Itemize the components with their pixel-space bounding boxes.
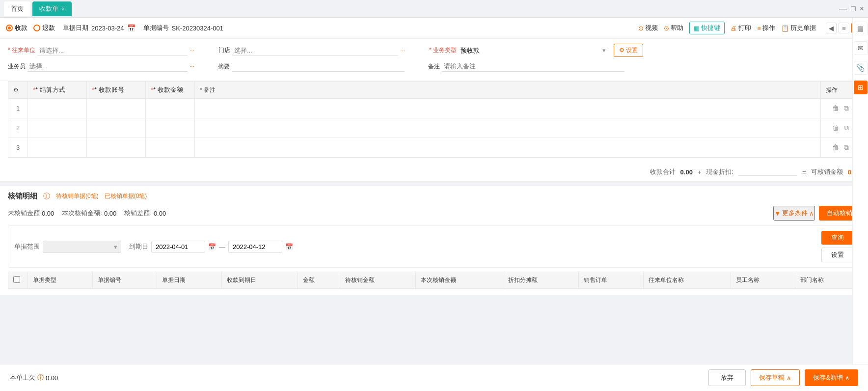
row-1-remark[interactable] (195, 99, 821, 118)
business-type-arrow[interactable]: ▾ (602, 47, 606, 54)
video-btn[interactable]: ⊙ 视频 (638, 24, 658, 32)
nav-prev-btn[interactable]: ◀ (826, 23, 837, 33)
right-screen-btn[interactable]: ⊞ (854, 81, 868, 94)
tab-home[interactable]: 首页 (4, 1, 30, 16)
filter-settings-btn[interactable]: 设置 (821, 248, 854, 262)
row-3-account[interactable] (87, 138, 146, 158)
video-icon: ⊙ (638, 25, 644, 32)
row-1-copy-btn[interactable]: ⧉ (843, 103, 850, 113)
discard-btn[interactable]: 放弃 (708, 369, 746, 386)
done-tab[interactable]: 已核销单据(0笔) (105, 192, 147, 200)
select-all-checkbox[interactable] (13, 276, 20, 283)
row-1-method[interactable] (28, 99, 87, 118)
counterpart-more-btn[interactable]: ··· (190, 47, 194, 54)
table-gear-header[interactable]: ⚙ (8, 82, 28, 99)
due-date-field: 到期日 📅 — 📅 (129, 241, 293, 253)
radio-refund-dot (33, 25, 40, 31)
counterpart-field: * 往来单位 ··· (8, 45, 194, 56)
table-row: 3 🗑 ⧉ (8, 138, 860, 158)
business-type-value: 预收款 (459, 45, 602, 56)
tab-receipt[interactable]: 收款单 × (32, 1, 72, 16)
row-3-amount[interactable] (146, 138, 195, 158)
save-draft-btn[interactable]: 保存草稿 ∧ (751, 369, 800, 386)
store-label: 门店 (218, 46, 230, 55)
summary-input[interactable] (232, 61, 405, 72)
current-val: 0.00 (104, 210, 116, 217)
verify-section: 核销明细 ⓘ 待核销单据(0笔) 已核销单据(0笔) 未核销金额 0.00 本次… (0, 186, 868, 295)
date-field: 单据日期 2023-03-24 📅 (63, 24, 136, 32)
radio-refund[interactable]: 退款 (33, 24, 55, 32)
bottom-bar: 本单上欠 ⓘ 0.00 放弃 保存草稿 ∧ 保存&新增 ∧ (0, 364, 868, 391)
row-3-method[interactable] (28, 138, 87, 158)
help-btn[interactable]: ⊙ 帮助 (664, 24, 683, 32)
row-3-remark[interactable] (195, 138, 821, 158)
current-stat: 本次核销金额: 0.00 (62, 209, 116, 218)
business-type-label: * 业务类型 (429, 46, 457, 55)
business-type-field: * 业务类型 预收款 ▾ (429, 45, 606, 56)
row-2-copy-btn[interactable]: ⧉ (843, 123, 850, 133)
row-1-amount[interactable] (146, 99, 195, 118)
query-btn[interactable]: 查询 (821, 231, 854, 245)
col-remark-header: * 备注 (195, 82, 821, 99)
save-new-btn[interactable]: 保存&新增 ∧ (805, 369, 858, 386)
ops-btn[interactable]: ≡ 操作 (757, 24, 775, 32)
row-2-method[interactable] (28, 118, 87, 138)
range-select-wrapper: ▾ (43, 241, 121, 253)
window-minimize-btn[interactable]: — (839, 4, 847, 13)
verify-col-pending-header: 待核销金额 (340, 272, 416, 289)
window-controls: — □ × (839, 4, 864, 13)
right-table-btn[interactable]: ▦ (854, 22, 868, 35)
expand-icon: ∧ (809, 210, 814, 217)
salesperson-field: 业务员 ··· (8, 61, 194, 72)
counterpart-input[interactable] (37, 45, 188, 56)
more-conditions-btn[interactable]: ▼ 更多条件 ∧ (773, 206, 815, 221)
window-close-btn[interactable]: × (860, 4, 864, 13)
salesperson-input[interactable] (27, 61, 188, 72)
verify-col-due-header: 收款到期日 (222, 272, 298, 289)
row-2-amount[interactable] (146, 118, 195, 138)
row-1-num: 1 (8, 99, 28, 118)
receipt-table-body: 1 🗑 ⧉ 2 � (8, 99, 860, 158)
remark-input[interactable] (442, 61, 624, 72)
print-btn[interactable]: 🖨 打印 (731, 24, 751, 32)
store-input[interactable] (232, 45, 398, 56)
row-2-account[interactable] (87, 118, 146, 138)
calendar-icon[interactable]: 📅 (127, 24, 136, 32)
date-from-input[interactable] (151, 241, 205, 253)
window-maximize-btn[interactable]: □ (851, 4, 856, 13)
equals-sign: = (802, 168, 806, 176)
row-1-account[interactable] (87, 99, 146, 118)
date-to-input[interactable] (228, 241, 282, 253)
summary-row: 收款合计 0.00 + 现金折扣: = 可核销金额 0.00 (0, 163, 868, 182)
row-3-copy-btn[interactable]: ⧉ (843, 142, 850, 153)
help-label: 帮助 (671, 24, 683, 32)
verify-col-counterpart-header: 往来单位名称 (644, 272, 731, 289)
store-more-btn[interactable]: ··· (400, 47, 405, 54)
bottom-btns: 放弃 保存草稿 ∧ 保存&新增 ∧ (708, 369, 858, 386)
salesperson-label: 业务员 (8, 62, 26, 71)
form-row-1: * 往来单位 ··· 门店 ··· * 业务类型 预收款 ▾ ⚙ 设置 (8, 44, 860, 57)
salesperson-more-btn[interactable]: ··· (190, 63, 194, 70)
discount-input[interactable] (738, 168, 797, 176)
row-3-delete-btn[interactable]: 🗑 (831, 142, 840, 153)
row-1-delete-btn[interactable]: 🗑 (831, 103, 840, 113)
history-btn[interactable]: 📋 历史单据 (781, 24, 816, 32)
list-view-btn[interactable]: ≡ (839, 23, 849, 33)
right-attach-btn[interactable]: 📎 (854, 61, 868, 75)
verify-info-icon[interactable]: ⓘ (43, 192, 50, 201)
number-label: 单据编号 (143, 24, 169, 32)
tab-bar: 首页 收款单 × — □ × (0, 0, 868, 18)
pending-tab[interactable]: 待核销单据(0笔) (56, 192, 99, 200)
range-select[interactable] (43, 241, 121, 253)
shortcut-btn[interactable]: ▦ 快捷键 (689, 22, 725, 34)
row-2-delete-btn[interactable]: 🗑 (831, 123, 840, 133)
cal-to-icon[interactable]: 📅 (285, 243, 293, 251)
cal-from-icon[interactable]: 📅 (208, 243, 216, 251)
save-new-arrow: ∧ (845, 374, 850, 382)
bottom-info-icon[interactable]: ⓘ (37, 373, 44, 382)
radio-receipt[interactable]: 收款 (6, 24, 27, 32)
right-mail-btn[interactable]: ✉ (854, 41, 868, 55)
row-2-remark[interactable] (195, 118, 821, 138)
tab-close-icon[interactable]: × (61, 5, 65, 12)
settings-btn[interactable]: ⚙ 设置 (614, 44, 643, 57)
